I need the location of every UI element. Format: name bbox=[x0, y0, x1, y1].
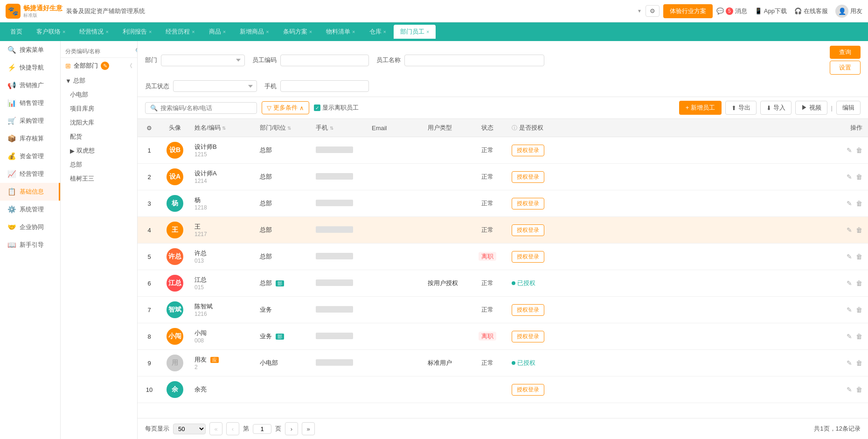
tab-close-icon[interactable]: × bbox=[309, 29, 312, 35]
delete-icon[interactable]: 🗑 bbox=[856, 253, 862, 260]
tab-close-icon[interactable]: × bbox=[266, 29, 269, 35]
nav-tab-条码方案[interactable]: 条码方案× bbox=[277, 25, 319, 39]
experience-button[interactable]: 体验行业方案 bbox=[663, 4, 713, 18]
col-phone[interactable]: 手机 ⇅ bbox=[310, 119, 366, 137]
filter-phone-input[interactable] bbox=[280, 80, 369, 92]
nav-tab-经营情况[interactable]: 经营情况× bbox=[73, 25, 115, 39]
set-button[interactable]: 设置 bbox=[830, 61, 861, 75]
filter-empname-input[interactable] bbox=[404, 55, 544, 66]
cell-auth[interactable]: 授权登录 bbox=[506, 323, 562, 350]
message-action[interactable]: 💬 5 消息 bbox=[716, 7, 747, 15]
page-size-select[interactable]: 50 20 100 bbox=[173, 424, 206, 434]
tab-close-icon[interactable]: × bbox=[223, 29, 226, 35]
delete-icon[interactable]: 🗑 bbox=[856, 306, 862, 314]
cell-auth[interactable]: 授权登录 bbox=[506, 137, 562, 164]
export-button[interactable]: ⬆ 导出 bbox=[725, 101, 757, 115]
auth-button[interactable]: 授权登录 bbox=[512, 198, 544, 209]
auth-button[interactable]: 授权登录 bbox=[512, 145, 544, 156]
delete-icon[interactable]: 🗑 bbox=[856, 226, 862, 234]
online-service-action[interactable]: 🎧 在线客服 bbox=[794, 7, 828, 15]
edit-icon[interactable]: ✎ bbox=[847, 306, 852, 314]
auth-button[interactable]: 授权登录 bbox=[512, 224, 544, 236]
sidebar-item-库存核算[interactable]: 📦库存核算 bbox=[0, 130, 60, 147]
app-download-action[interactable]: 📱 App下载 bbox=[755, 7, 787, 15]
edit-icon[interactable]: ✎ bbox=[847, 200, 852, 207]
edit-icon[interactable]: ✎ bbox=[847, 359, 852, 367]
dept-item-zongbu-root[interactable]: ▼ 总部 bbox=[61, 74, 137, 88]
nav-tab-经营历程[interactable]: 经营历程× bbox=[159, 25, 201, 39]
sidebar-item-基础信息[interactable]: 📋基础信息 bbox=[0, 183, 60, 201]
edit-icon[interactable]: ✎ bbox=[847, 333, 852, 340]
edit-icon[interactable]: ✎ bbox=[847, 173, 852, 181]
last-page-button[interactable]: » bbox=[302, 422, 315, 435]
dept-item-shenyang[interactable]: 沈阳大库 bbox=[61, 116, 137, 130]
tab-close-icon[interactable]: × bbox=[352, 29, 355, 35]
delete-icon[interactable]: 🗑 bbox=[856, 333, 862, 340]
sidebar-item-快捷导航[interactable]: ⚡快捷导航 bbox=[0, 59, 60, 77]
cell-auth[interactable]: 授权登录 bbox=[506, 297, 562, 323]
dept-item-zongbu[interactable]: 总部 bbox=[61, 158, 137, 172]
cell-auth[interactable]: 授权登录 bbox=[506, 376, 562, 403]
tab-close-icon[interactable]: × bbox=[383, 29, 386, 35]
tab-close-icon[interactable]: × bbox=[149, 29, 152, 35]
dept-edit-icon[interactable]: ✎ bbox=[101, 62, 109, 70]
first-page-button[interactable]: « bbox=[209, 422, 222, 435]
edit-icon[interactable]: ✎ bbox=[847, 279, 852, 287]
col-dept[interactable]: 部门/职位 ⇅ bbox=[254, 119, 310, 137]
tab-close-icon[interactable]: × bbox=[426, 29, 429, 35]
page-number-input[interactable] bbox=[253, 424, 271, 434]
query-button[interactable]: 查询 bbox=[830, 46, 861, 59]
sidebar-item-新手引导[interactable]: 📖新手引导 bbox=[0, 236, 60, 254]
gear-button[interactable]: ⚙ bbox=[646, 5, 660, 17]
delete-icon[interactable]: 🗑 bbox=[856, 200, 862, 207]
tab-close-icon[interactable]: × bbox=[192, 29, 194, 35]
nav-tab-利润报告[interactable]: 利润报告× bbox=[116, 25, 158, 39]
nav-tab-仓库[interactable]: 仓库× bbox=[363, 25, 393, 39]
auth-button[interactable]: 授权登录 bbox=[512, 251, 544, 263]
filter-empcode-input[interactable] bbox=[280, 55, 369, 66]
sidebar-item-系统管理[interactable]: ⚙️系统管理 bbox=[0, 201, 60, 218]
sidebar-item-经营管理[interactable]: 📈经营管理 bbox=[0, 165, 60, 183]
sidebar-item-营销推广[interactable]: 📢营销推广 bbox=[0, 77, 60, 94]
cell-auth[interactable]: 授权登录 bbox=[506, 244, 562, 270]
sort-phone-icon[interactable]: ⇅ bbox=[330, 125, 333, 131]
sidebar-item-搜索菜单[interactable]: 🔍搜索菜单 bbox=[0, 41, 60, 59]
edit-icon[interactable]: ✎ bbox=[847, 253, 852, 260]
sidebar-item-资金管理[interactable]: 💰资金管理 bbox=[0, 147, 60, 165]
tab-close-icon[interactable]: × bbox=[62, 29, 65, 35]
import-button[interactable]: ⬇ 导入 bbox=[760, 101, 792, 115]
dept-item-zhishu[interactable]: 植树王三 bbox=[61, 172, 137, 186]
delete-icon[interactable]: 🗑 bbox=[856, 173, 862, 181]
auth-button[interactable]: 授权登录 bbox=[512, 384, 544, 396]
dept-item-shuanghu[interactable]: ▶ 双虎想 bbox=[61, 144, 137, 158]
sort-name-icon[interactable]: ⇅ bbox=[222, 125, 226, 131]
cell-auth[interactable]: 授权登录 bbox=[506, 217, 562, 244]
nav-tab-部门员工[interactable]: 部门员工× bbox=[394, 25, 436, 39]
delete-icon[interactable]: 🗑 bbox=[856, 279, 862, 287]
cell-auth[interactable]: 授权登录 bbox=[506, 164, 562, 190]
dept-tree-header[interactable]: ⊞ 全部部门 ✎ 《 bbox=[61, 58, 137, 74]
delete-icon[interactable]: 🗑 bbox=[856, 386, 862, 393]
nav-tab-首页[interactable]: 首页 bbox=[4, 25, 29, 39]
tab-close-icon[interactable]: × bbox=[105, 29, 108, 35]
filter-empstatus-select[interactable] bbox=[173, 80, 257, 92]
nav-tab-客户联络[interactable]: 客户联络× bbox=[30, 25, 72, 39]
auth-button[interactable]: 授权登录 bbox=[512, 171, 544, 183]
search-input[interactable] bbox=[160, 105, 252, 111]
nav-tab-新增商品[interactable]: 新增商品× bbox=[233, 25, 275, 39]
nav-tab-物料清单[interactable]: 物料清单× bbox=[319, 25, 361, 39]
cell-auth[interactable]: 授权登录 bbox=[506, 190, 562, 217]
user-action[interactable]: 👤 用友 bbox=[835, 5, 862, 18]
more-filter-button[interactable]: ▽ 更多条件 ∧ bbox=[262, 101, 309, 114]
prev-page-button[interactable]: ‹ bbox=[226, 422, 239, 435]
col-settings[interactable]: ⚙ bbox=[138, 119, 161, 137]
edit-icon[interactable]: ✎ bbox=[847, 386, 852, 393]
filter-dept-select[interactable] bbox=[161, 55, 245, 66]
edit-icon[interactable]: ✎ bbox=[847, 226, 852, 234]
system-dropdown-arrow[interactable]: ▼ bbox=[637, 8, 642, 14]
col-name[interactable]: 姓名/编码 ⇅ bbox=[189, 119, 254, 137]
delete-icon[interactable]: 🗑 bbox=[856, 146, 862, 154]
edit-icon[interactable]: ✎ bbox=[847, 146, 852, 154]
edit-columns-button[interactable]: 编辑 bbox=[836, 101, 861, 115]
nav-tab-商品[interactable]: 商品× bbox=[202, 25, 232, 39]
